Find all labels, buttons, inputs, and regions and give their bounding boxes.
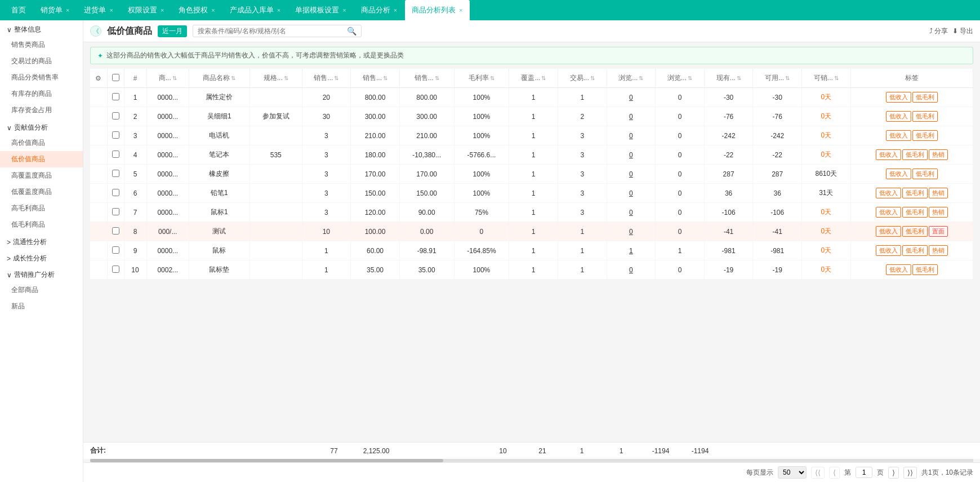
sort-icon[interactable]: ⇅ [590, 75, 595, 81]
sidebar-item-traded-products[interactable]: 交易过的商品 [0, 53, 83, 69]
sidebar-group-growth[interactable]: > 成长性分析 [0, 249, 83, 266]
collapse-sidebar-button[interactable]: 《 [90, 25, 101, 37]
select-all-checkbox[interactable] [112, 74, 119, 81]
th-browse2[interactable]: 浏览... ⇅ [656, 69, 705, 88]
table-row: 1 0000... 属性定价 20 800.00 800.00 100% 1 1… [90, 88, 973, 107]
cell-saleable: 0天 [802, 260, 851, 280]
row-checkbox[interactable] [112, 93, 119, 100]
row-checkbox[interactable] [112, 246, 119, 254]
sort-icon[interactable]: ⇅ [231, 75, 235, 81]
nav-permissions[interactable]: 权限设置 × [121, 0, 171, 20]
sidebar-item-low-coverage[interactable]: 低覆盖度商品 [0, 184, 83, 200]
sort-icon[interactable]: ⇅ [334, 75, 338, 81]
cell-browse1: 0 [607, 88, 656, 107]
close-icon[interactable]: × [161, 7, 164, 14]
sidebar-group-circulation[interactable]: > 流通性分析 [0, 233, 83, 249]
row-checkbox[interactable] [112, 151, 119, 158]
sidebar-item-inventory-capital[interactable]: 库存资金占用 [0, 102, 83, 118]
close-icon[interactable]: × [109, 7, 113, 14]
row-checkbox[interactable] [112, 208, 119, 215]
sidebar-item-category-sales-rate[interactable]: 商品分类销售率 [0, 69, 83, 86]
sidebar-item-stocked-products[interactable]: 有库存的商品 [0, 86, 83, 102]
th-browse1[interactable]: 浏览... ⇅ [607, 69, 656, 88]
th-saleable[interactable]: 可销... ⇅ [802, 69, 851, 88]
nav-sales-order[interactable]: 销货单 × [34, 0, 76, 20]
row-checkbox[interactable] [112, 170, 119, 177]
cell-tags: 低收入低毛利 [850, 126, 973, 145]
sort-icon[interactable]: ⇅ [785, 75, 790, 81]
th-gross-margin[interactable]: 毛利率 ⇅ [454, 69, 509, 88]
nav-product-analysis[interactable]: 商品分析 × [354, 0, 404, 20]
sort-icon[interactable]: ⇅ [435, 75, 439, 81]
row-checkbox[interactable] [112, 189, 119, 196]
cell-coverage: 1 [509, 126, 558, 145]
sidebar-item-low-margin[interactable]: 低毛利商品 [0, 216, 83, 233]
total-saleable-val: -1194 [680, 447, 720, 455]
gear-icon[interactable]: ⚙ [95, 74, 101, 82]
sidebar-item-sales-products[interactable]: 销售类商品 [0, 37, 83, 53]
sidebar-item-high-value[interactable]: 高价值商品 [0, 135, 83, 151]
sidebar-item-all-products[interactable]: 全部商品 [0, 282, 83, 298]
time-filter-button[interactable]: 近一月 [158, 25, 187, 37]
close-icon[interactable]: × [211, 7, 215, 14]
search-input[interactable] [198, 27, 345, 35]
sidebar-item-low-value[interactable]: 低价值商品 [0, 151, 83, 167]
th-available[interactable]: 可用... ⇅ [753, 69, 802, 88]
sort-icon[interactable]: ⇅ [834, 75, 839, 81]
search-icon[interactable]: 🔍 [347, 26, 357, 36]
row-checkbox[interactable] [112, 227, 119, 235]
th-sale-amount[interactable]: 销售... ⇅ [399, 69, 454, 88]
export-button[interactable]: ⬇ 导出 [952, 26, 973, 36]
sort-icon[interactable]: ⇅ [383, 75, 387, 81]
cell-coverage: 1 [509, 165, 558, 184]
nav-product-analysis-list[interactable]: 商品分析列表 × [405, 0, 469, 20]
close-icon[interactable]: × [342, 7, 346, 14]
sort-icon[interactable]: ⇅ [172, 75, 177, 81]
sidebar-item-new-products[interactable]: 新品 [0, 298, 83, 315]
th-trade[interactable]: 交易... ⇅ [558, 69, 607, 88]
next-page-button[interactable]: ⟩ [888, 467, 899, 479]
cell-name: 铅笔1 [189, 184, 250, 203]
th-gear[interactable]: ⚙ [90, 69, 107, 88]
sort-icon[interactable]: ⇅ [688, 75, 692, 81]
row-checkbox[interactable] [112, 131, 119, 139]
th-name[interactable]: 商品名称 ⇅ [189, 69, 250, 88]
close-icon[interactable]: × [459, 7, 462, 14]
th-sale-price[interactable]: 销售... ⇅ [351, 69, 400, 88]
nav-home[interactable]: 首页 [5, 0, 33, 20]
nav-purchase-order[interactable]: 进货单 × [77, 0, 119, 20]
chevron-down-icon: ∨ [7, 124, 12, 132]
share-button[interactable]: ⤴ 分享 [929, 26, 948, 36]
close-icon[interactable]: × [66, 7, 69, 14]
sidebar-group-contribution[interactable]: ∨ 贡献值分析 [0, 118, 83, 135]
first-page-button[interactable]: ⟨⟨ [811, 467, 825, 479]
close-icon[interactable]: × [277, 7, 280, 14]
prev-page-button[interactable]: ⟨ [829, 467, 840, 479]
row-checkbox[interactable] [112, 266, 119, 273]
sidebar-group-overall[interactable]: ∨ 整体信息 [0, 20, 83, 37]
nav-template-settings[interactable]: 单据模板设置 × [288, 0, 353, 20]
nav-product-inbound[interactable]: 产成品入库单 × [223, 0, 287, 20]
th-coverage[interactable]: 覆盖... ⇅ [509, 69, 558, 88]
last-page-button[interactable]: ⟩⟩ [903, 467, 917, 479]
page-number-input[interactable] [856, 467, 872, 478]
sort-icon[interactable]: ⇅ [639, 75, 643, 81]
sidebar-group-marketing[interactable]: ∨ 营销推广分析 [0, 266, 83, 282]
sidebar-item-high-margin[interactable]: 高毛利商品 [0, 200, 83, 216]
sidebar-item-high-coverage[interactable]: 高覆盖度商品 [0, 167, 83, 184]
row-checkbox[interactable] [112, 112, 119, 120]
th-code[interactable]: 商... ⇅ [146, 69, 189, 88]
nav-role-auth[interactable]: 角色授权 × [172, 0, 221, 20]
sort-icon[interactable]: ⇅ [490, 75, 495, 81]
close-icon[interactable]: × [394, 7, 397, 14]
th-sale-qty[interactable]: 销售... ⇅ [302, 69, 351, 88]
page-size-select[interactable]: 50 100 200 [778, 466, 807, 479]
sort-icon[interactable]: ⇅ [284, 75, 288, 81]
sort-icon[interactable]: ⇅ [737, 75, 741, 81]
cell-code: 0000... [146, 165, 189, 184]
th-current-stock[interactable]: 现有... ⇅ [704, 69, 753, 88]
cell-available: 36 [753, 184, 802, 203]
th-spec[interactable]: 规格... ⇅ [250, 69, 302, 88]
sort-icon[interactable]: ⇅ [541, 75, 546, 81]
cell-current-stock: -76 [704, 107, 753, 126]
